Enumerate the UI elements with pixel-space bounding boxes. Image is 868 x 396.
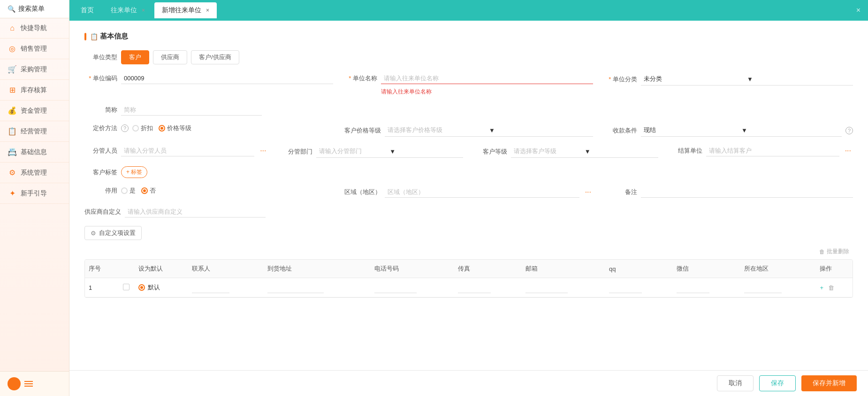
customer-level-select[interactable]: 请选择客户等级 ▼ [511, 145, 658, 158]
th-index: 序号 [85, 260, 118, 278]
section-title: 📋 基本信息 [84, 32, 853, 41]
sidebar-item-finance[interactable]: 💰 资金管理 [0, 101, 69, 121]
settlement-more-btn[interactable]: ··· [843, 147, 853, 155]
radio-price-level-label: 价格等级 [167, 124, 191, 132]
batch-delete-icon: 🗑 [819, 248, 825, 255]
sidebar-item-label: 库存核算 [21, 86, 47, 94]
phone-input[interactable] [374, 282, 417, 293]
contact-table: 序号 设为默认 联系人 到货地址 电话号码 传真 邮箱 qq 微信 所在地区 操… [85, 260, 853, 297]
home-icon: ⌂ [8, 24, 17, 32]
btn-customer[interactable]: 客户 [121, 50, 149, 64]
row-checkbox[interactable] [123, 284, 129, 290]
close-all-tabs[interactable]: × [853, 4, 864, 16]
name-error-msg: 请输入往来单位名称 [381, 88, 432, 95]
disabled-row: 停用 是 否 区域（地区） ··· 备注 [84, 186, 853, 198]
sidebar-item-basic-info[interactable]: 📇 基础信息 [0, 142, 69, 163]
sidebar-item-operations[interactable]: 📋 经营管理 [0, 121, 69, 142]
pricing-help-icon[interactable]: ? [121, 124, 129, 132]
settlement-input[interactable] [706, 145, 839, 156]
department-select[interactable]: 请输入分管部门 ▼ [316, 145, 464, 158]
region-table-input[interactable] [744, 282, 782, 293]
tab-new-partner-label: 新增往来单位 [162, 6, 201, 15]
sidebar-item-system[interactable]: ⚙ 系统管理 [0, 163, 69, 183]
fax-input[interactable] [458, 282, 491, 293]
name-input[interactable] [381, 73, 593, 84]
menu-bar-1 [24, 381, 33, 382]
sidebar-item-label: 采购管理 [21, 65, 47, 74]
tab-home[interactable]: 首页 [73, 2, 101, 18]
region-more-btn[interactable]: ··· [583, 188, 593, 196]
email-input[interactable] [525, 282, 568, 293]
sidebar-item-quick-nav[interactable]: ⌂ 快捷导航 [0, 18, 69, 39]
custom-settings-btn[interactable]: ⚙ 自定义项设置 [84, 226, 142, 240]
customer-price-select[interactable]: 请选择客户价格等级 ▼ [385, 124, 593, 137]
contact-table-wrap: 序号 设为默认 联系人 到货地址 电话号码 传真 邮箱 qq 微信 所在地区 操… [84, 259, 853, 298]
manager-more-btn[interactable]: ··· [258, 147, 268, 155]
customer-level-group: 客户等级 请选择客户等级 ▼ [474, 145, 658, 158]
radio-yes-label: 是 [129, 186, 136, 195]
radio-price-level-circle [159, 125, 165, 132]
default-radio[interactable] [138, 284, 145, 291]
row-delete-btn[interactable]: 🗑 [828, 284, 834, 291]
wechat-input[interactable] [677, 282, 709, 293]
payment-select[interactable]: 现结 ▼ [641, 124, 842, 137]
btn-both[interactable]: 客户/供应商 [191, 50, 239, 64]
manager-label: 分管人员 [84, 147, 117, 155]
sales-icon: ◎ [8, 44, 17, 53]
btn-supplier[interactable]: 供应商 [153, 50, 187, 64]
category-select[interactable]: 未分类 ▼ [641, 73, 853, 85]
sidebar-item-purchase[interactable]: 🛒 采购管理 [0, 59, 69, 80]
tab-new-partner[interactable]: 新增往来单位 × [154, 2, 217, 18]
search-menu[interactable]: 🔍 搜索菜单 [0, 0, 69, 18]
code-input[interactable] [121, 73, 333, 84]
purchase-icon: 🛒 [8, 65, 17, 74]
sidebar-item-label: 系统管理 [21, 169, 47, 177]
search-menu-label: 搜索菜单 [18, 5, 45, 13]
sidebar-item-inventory[interactable]: ⊞ 库存核算 [0, 80, 69, 101]
region-group: 区域（地区） ··· [344, 186, 593, 198]
radio-yes[interactable]: 是 [121, 186, 136, 195]
sidebar-item-guide[interactable]: ✦ 新手引导 [0, 183, 69, 204]
radio-no[interactable]: 否 [141, 186, 156, 195]
operations-icon: 📋 [8, 127, 17, 136]
cancel-button[interactable]: 取消 [717, 375, 754, 391]
unit-type-label: 单位类型 [84, 53, 117, 62]
name-label: 单位名称 [344, 74, 377, 83]
manager-input[interactable] [121, 145, 254, 156]
add-tag-btn[interactable]: + 标签 [121, 166, 147, 178]
radio-discount-circle [132, 125, 139, 132]
tab-new-partner-close[interactable]: × [206, 7, 209, 14]
region-input[interactable] [385, 186, 579, 198]
th-phone: 电话号码 [371, 260, 454, 278]
sidebar-item-label: 资金管理 [21, 107, 47, 115]
type-buttons: 客户 供应商 客户/供应商 [121, 50, 239, 64]
supplier-custom-input[interactable] [125, 206, 266, 217]
save-new-button[interactable]: 保存并新增 [801, 375, 857, 391]
batch-delete-btn[interactable]: 🗑 批量删除 [819, 248, 849, 256]
custom-settings-label: 自定义项设置 [99, 229, 136, 237]
row-add-btn[interactable]: + [820, 284, 823, 291]
radio-price-level[interactable]: 价格等级 [159, 124, 191, 132]
gear-icon: ⚙ [91, 230, 96, 237]
cell-region [740, 278, 816, 297]
radio-no-circle [141, 187, 148, 194]
qq-input[interactable] [609, 282, 642, 293]
payment-value: 现结 [644, 126, 741, 134]
address-input[interactable] [267, 282, 324, 293]
sidebar-item-sales[interactable]: ◎ 销售管理 [0, 39, 69, 59]
tab-partners-label: 往来单位 [111, 6, 137, 15]
customer-level-chevron: ▼ [585, 148, 655, 155]
cell-email [522, 278, 605, 297]
tab-partners-close[interactable]: × [142, 7, 145, 14]
system-icon: ⚙ [8, 168, 17, 177]
contact-input[interactable] [192, 282, 229, 293]
remark-input[interactable] [641, 186, 853, 198]
sidebar-item-label: 基础信息 [21, 148, 47, 156]
radio-discount[interactable]: 折扣 [132, 124, 153, 132]
save-button[interactable]: 保存 [759, 375, 796, 391]
payment-help-icon[interactable]: ? [845, 127, 853, 134]
form-content: 📋 基本信息 单位类型 客户 供应商 客户/供应商 单位编码 [69, 21, 868, 370]
tab-partners[interactable]: 往来单位 × [103, 2, 152, 18]
short-name-input[interactable] [121, 104, 262, 116]
menu-toggle[interactable] [24, 381, 33, 387]
